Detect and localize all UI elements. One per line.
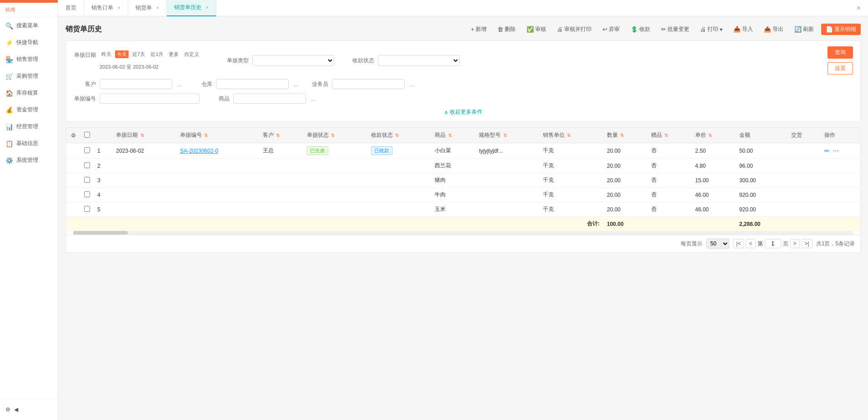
row-checkbox[interactable] [80,173,94,188]
collapse-label: 收起更多条件 [450,108,482,116]
col-payment-status-sort-icon: ⇅ [395,133,399,138]
customer-label: 客户 [73,80,96,88]
goods-dots[interactable]: ... [311,95,316,102]
tab-sales-delivery-close[interactable]: × [156,5,159,10]
tab-sales-history-close[interactable]: × [206,5,209,10]
row-checkbox[interactable] [80,159,94,173]
col-price[interactable]: 单价 ⇅ [692,128,736,143]
collapse-button[interactable]: ∧ 收起更多条件 [73,108,853,116]
customer-input[interactable] [100,79,172,89]
date-custom-btn[interactable]: 自定义 [182,50,201,58]
sidebar-item-finance[interactable]: 💰 资金管理 [0,101,58,118]
row-checkbox-input[interactable] [84,177,90,183]
row-checkbox[interactable] [80,143,94,159]
audit-button[interactable]: ✅ 审核 [523,24,550,35]
row-date [112,173,176,188]
tab-sales-order[interactable]: 销售订单 × [84,0,128,16]
date-today-btn[interactable]: 今天 [115,50,129,58]
refresh-button[interactable]: 🔄 刷新 [791,24,818,35]
row-checkbox[interactable] [80,188,94,202]
select-all-checkbox[interactable] [84,132,90,138]
sidebar-item-inventory[interactable]: 🏠 库存核算 [0,85,58,101]
col-spec[interactable]: 规格型号 ⇅ [475,128,539,143]
date-more-btn[interactable]: 更多 [167,50,181,58]
sidebar-item-sales-mgmt[interactable]: 🏪 销售管理 [0,51,58,68]
col-payment-status[interactable]: 收款状态 ⇅ [367,128,431,143]
sidebar-settings-btn[interactable]: ⚙ ◀ [0,403,58,416]
col-qty[interactable]: 数量 ⇅ [603,128,647,143]
col-docno-label: 单据编号 [180,132,202,138]
date-yesterday-btn[interactable]: 昨天 [100,50,113,58]
export-button[interactable]: 📤 导出 [760,24,787,35]
batch-change-button[interactable]: ✏ 批量变更 [657,24,693,35]
tab-sales-order-close[interactable]: × [118,5,120,10]
add-button[interactable]: + 新增 [467,24,490,35]
row-checkbox-input[interactable] [84,147,90,153]
show-detail-button[interactable]: 📄 显示明细 [821,24,861,35]
table-row: 1 2023-06-02 SA-20230602-0 王总 已生效 已收款 小白… [66,143,860,159]
sidebar-item-quick-nav[interactable]: ⚡ 快捷导航 [0,34,58,51]
scroll-thumb[interactable] [73,231,128,235]
print-label: 打印 [707,25,718,33]
col-settings[interactable]: ⚙ [66,128,80,143]
page-input[interactable] [765,239,781,248]
sidebar-item-operations[interactable]: 📊 经营管理 [0,118,58,135]
tab-sales-history[interactable]: 销货单历史 × [167,0,216,16]
sidebar-item-system[interactable]: ⚙️ 系统管理 [0,152,58,169]
prev-page-btn[interactable]: < [746,239,755,248]
col-spec-sort-icon: ⇅ [503,133,507,138]
row-checkbox-input[interactable] [84,206,90,212]
customer-dots[interactable]: ... [177,80,182,88]
delete-button[interactable]: 🗑 删除 [494,24,519,35]
doc-no-link[interactable]: SA-20230602-0 [180,148,218,154]
row-more-icon[interactable]: ⋯ [833,147,839,155]
next-page-btn[interactable]: > [790,239,800,248]
goods-input[interactable] [233,94,306,104]
col-checkbox[interactable] [80,128,94,143]
date-7days-btn[interactable]: 近7天 [130,50,147,58]
col-doc-status[interactable]: 单据状态 ⇅ [303,128,367,143]
row-gift: 否 [647,188,692,202]
tab-bar-close-btn[interactable]: × [853,4,864,12]
salesperson-dots[interactable]: ... [409,80,415,88]
row-edit-icon[interactable]: ✏ [824,147,830,155]
horizontal-scrollbar[interactable] [73,231,853,235]
audit-print-button[interactable]: 🖨 审核并打印 [553,24,595,35]
row-checkbox-input[interactable] [84,191,90,197]
col-gift[interactable]: 赠品 ⇅ [647,128,692,143]
abandon-button[interactable]: ↩ 弃审 [599,24,623,35]
docno-input[interactable] [100,94,200,104]
setting-button[interactable]: 设置 [828,62,853,75]
col-customer[interactable]: 客户 ⇅ [259,128,303,143]
doc-type-select[interactable] [252,55,334,66]
import-button[interactable]: 📥 导入 [730,24,757,35]
row-settings [66,173,80,188]
row-checkbox[interactable] [80,202,94,217]
col-docno[interactable]: 单据编号 ⇅ [176,128,259,143]
date-1month-btn[interactable]: 近1月 [149,50,165,58]
col-date[interactable]: 单据日期 ⇅ [112,128,176,143]
filter-customer-item: 客户 ... [73,79,182,89]
print-button[interactable]: 🖨 打印 ▾ [697,24,726,35]
row-checkbox-input[interactable] [84,162,90,168]
tab-sales-delivery[interactable]: 销货单 × [128,0,167,16]
sidebar-item-search[interactable]: 🔍 搜索菜单 [0,17,58,34]
row-actions [821,159,860,173]
payment-status-select[interactable] [378,55,460,66]
warehouse-input[interactable] [216,79,289,89]
filter-row-2: 客户 ... 仓库 ... 业务员 ... [73,79,853,89]
salesperson-input[interactable] [332,79,405,89]
tab-home[interactable]: 首页 [58,0,84,16]
col-unit[interactable]: 销售单位 ⇅ [539,128,603,143]
warehouse-dots[interactable]: ... [293,80,299,88]
per-page-select[interactable]: 50 100 [706,239,729,249]
sidebar-item-purchase-mgmt[interactable]: 🛒 采购管理 [0,68,58,85]
last-page-btn[interactable]: >| [802,239,813,248]
sidebar-item-basic-info[interactable]: 📋 基础信息 [0,135,58,152]
first-page-btn[interactable]: |< [733,239,744,248]
collect-button[interactable]: 💲 收款 [627,24,654,35]
table-header-row: ⚙ 单据日期 ⇅ 单据编号 ⇅ [66,128,860,143]
row-docno[interactable]: SA-20230602-0 [176,143,259,159]
query-button[interactable]: 查询 [828,46,853,59]
col-goods[interactable]: 商品 ⇅ [431,128,475,143]
